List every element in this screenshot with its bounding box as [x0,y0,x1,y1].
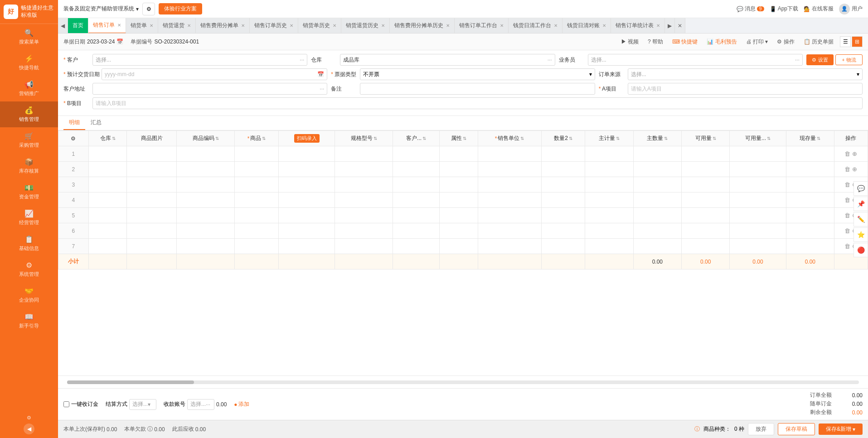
operation-btn[interactable]: ⚙ 操作 [774,37,797,47]
cell-main_unit[interactable] [585,239,633,254]
right-float-btn-0[interactable]: 💬 [853,181,868,196]
cell-settings[interactable]: 2 [58,162,89,177]
cell-settings[interactable]: 7 [58,239,89,254]
cell-warehouse[interactable] [88,146,127,162]
cell-avail_qty[interactable] [681,208,729,223]
cell-main_qty[interactable] [633,223,681,239]
address-dots[interactable]: ··· [320,86,324,92]
profit-btn[interactable]: 📊 毛利预告 [704,37,739,47]
calendar-icon[interactable]: 📅 [116,39,123,45]
customer-dots[interactable]: ··· [300,57,304,63]
cell-spec[interactable] [335,193,393,208]
cell-qty2[interactable] [541,239,585,254]
cell-avail_qty[interactable] [681,146,729,162]
cell-settings[interactable]: 5 [58,208,89,223]
cell-stock[interactable] [786,146,834,162]
delete-row-icon[interactable]: 🗑 [844,181,850,188]
cell-unit[interactable] [478,162,541,177]
salesperson-input[interactable]: 选择... ··· [588,54,803,66]
cell-customer_code[interactable] [393,223,440,239]
cell-customer_code[interactable] [393,146,440,162]
customer-input[interactable]: 选择... ··· [92,54,307,66]
cell-avail_qty2[interactable] [730,223,786,239]
right-float-btn-2[interactable]: ✏️ [853,212,868,226]
cell-customer_code[interactable] [393,208,440,223]
cell-qty2[interactable] [541,208,585,223]
cell-main_unit[interactable] [585,177,633,193]
cell-main_unit[interactable] [585,208,633,223]
tab-close-5[interactable]: ✕ [290,23,293,28]
cell-unit[interactable] [478,146,541,162]
copy-row-icon[interactable]: ⊕ [852,150,857,157]
tab-0[interactable]: 首页 [68,18,88,34]
cell-main_unit[interactable] [585,223,633,239]
cell-product[interactable] [235,162,279,177]
cell-unit[interactable] [478,208,541,223]
cell-main_unit[interactable] [585,193,633,208]
sidebar-item-销售管理[interactable]: 💰销售管理 [0,101,58,127]
address-input[interactable]: ··· [92,83,327,95]
a-project-input[interactable]: 请输入A项目 [628,83,863,95]
cell-settings[interactable]: 1 [58,146,89,162]
tab-close-6[interactable]: ✕ [333,23,336,28]
payment-method-select[interactable]: 选择... ▾ [129,399,156,410]
tab-2[interactable]: 销货单✕ [126,18,158,34]
cell-qty2[interactable] [541,146,585,162]
cell-stock[interactable] [786,177,834,193]
cell-customer_code[interactable] [393,162,440,177]
shortcut-btn[interactable]: ⌨ 快捷键 [669,37,700,47]
cell-image[interactable] [127,146,177,162]
cell-code[interactable] [177,177,235,193]
sidebar-item-基础信息[interactable]: 📋基础信息 [0,231,58,256]
checkout-check[interactable] [63,401,69,407]
cell-unit[interactable] [478,193,541,208]
cell-stock[interactable] [786,162,834,177]
delete-row-icon[interactable]: 🗑 [844,197,850,203]
delete-row-icon[interactable]: 🗑 [844,212,850,219]
warehouse-dots[interactable]: ··· [548,57,552,63]
tab-12[interactable]: 销售订单统计表✕ [611,18,665,34]
tab-close-7[interactable]: ✕ [381,23,385,28]
cell-avail_qty2[interactable] [730,193,786,208]
cell-product[interactable] [235,177,279,193]
cell-image[interactable] [127,162,177,177]
cell-avail_qty2[interactable] [730,146,786,162]
cell-attr[interactable] [439,193,478,208]
cell-scan[interactable] [278,193,335,208]
sidebar-item-搜索菜单[interactable]: 🔍搜索菜单 [0,24,58,50]
cell-warehouse[interactable] [88,162,127,177]
cell-scan[interactable] [278,177,335,193]
cell-image[interactable] [127,208,177,223]
cell-product[interactable] [235,208,279,223]
cell-avail_qty2[interactable] [730,162,786,177]
cell-code[interactable] [177,162,235,177]
cell-main_qty[interactable] [633,208,681,223]
right-float-btn-4[interactable]: 🔴 [853,243,868,257]
delete-row-icon[interactable]: 🗑 [844,243,850,250]
save-draft-button[interactable]: 保存草稿 [778,423,815,435]
cell-scan[interactable] [278,239,335,254]
b-project-input[interactable]: 请输入B项目 [92,97,863,109]
cell-product[interactable] [235,146,279,162]
tab-4[interactable]: 销售费用分摊单✕ [196,18,250,34]
sidebar-item-资金管理[interactable]: 💵资金管理 [0,179,58,205]
account-select[interactable]: 选择... ··· [187,399,214,410]
cell-warehouse[interactable] [88,177,127,193]
user-menu[interactable]: 👤 用户 [839,4,863,14]
tab-next-btn[interactable]: ▶ [665,18,675,34]
cell-unit[interactable] [478,223,541,239]
sidebar-item-营销推广[interactable]: 📢营销推广 [0,76,58,101]
tab-close-11[interactable]: ✕ [602,23,606,28]
cell-image[interactable] [127,223,177,239]
solution-button[interactable]: 体验行业方案 [159,3,202,14]
right-float-btn-3[interactable]: ⭐ [853,227,868,242]
cell-qty2[interactable] [541,223,585,239]
cell-code[interactable] [177,146,235,162]
section-tab-汇总[interactable]: 汇总 [85,116,107,130]
cell-scan[interactable] [278,162,335,177]
cell-image[interactable] [127,193,177,208]
cell-customer_code[interactable] [393,177,440,193]
cell-avail_qty2[interactable] [730,239,786,254]
grid-view-btn[interactable]: ⊞ [852,36,863,47]
tab-9[interactable]: 销售订单工作台✕ [455,18,509,34]
